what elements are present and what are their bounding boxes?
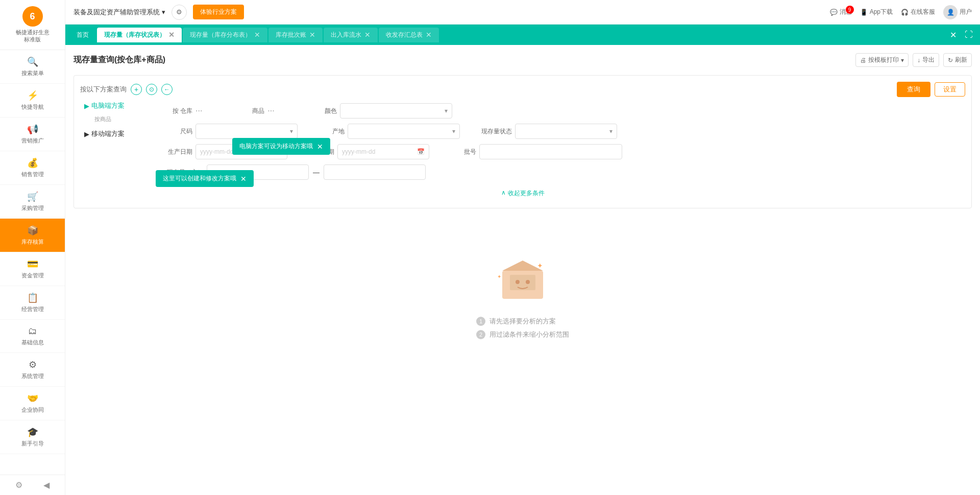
- sidebar-item-operation[interactable]: 📋 经营管理: [0, 286, 65, 320]
- svg-text:✦: ✦: [497, 274, 501, 279]
- sidebar-item-system[interactable]: ⚙ 系统管理: [0, 353, 65, 387]
- system-nav-icon: ⚙: [29, 359, 37, 370]
- filter-prev-button[interactable]: ←: [161, 84, 173, 95]
- guide-nav-icon: ⚡: [27, 90, 38, 101]
- sidebar-item-inventory[interactable]: 📦 库存核算: [0, 219, 65, 252]
- sidebar-item-newbie[interactable]: 🎓 新手引导: [0, 420, 65, 454]
- scheme-pc-sub-item1: 按商品: [94, 115, 155, 123]
- scheme-mobile[interactable]: ▶ 移动端方案: [80, 126, 159, 142]
- sidebar-item-finance[interactable]: 💳 资金管理: [0, 252, 65, 286]
- exp-date-calendar-icon[interactable]: 📅: [417, 148, 425, 155]
- range-separator: —: [313, 169, 320, 176]
- tooltip2-close[interactable]: ✕: [240, 175, 247, 183]
- filter-field-warehouse: 按 仓库 ···: [167, 106, 202, 115]
- export-button[interactable]: ↓ 导出: [913, 53, 939, 67]
- collapse-icon: ∧: [501, 189, 506, 198]
- app-download-action[interactable]: 📱 App下载: [860, 8, 893, 16]
- tab-collect[interactable]: 收发存汇总表 ✕: [379, 28, 439, 42]
- logo-icon: 6: [22, 6, 43, 27]
- sidebar-settings-btn[interactable]: ⚙: [15, 480, 22, 490]
- prod-date-placeholder: yyyy-mm-dd: [200, 148, 233, 155]
- batch-no-input[interactable]: [479, 144, 622, 159]
- experience-button[interactable]: 体验行业方案: [193, 5, 244, 19]
- purchase-nav-icon: 🛒: [27, 191, 38, 202]
- filter-label: 按以下方案查询: [80, 85, 127, 94]
- sidebar-item-marketing[interactable]: 📢 营销推广: [0, 117, 65, 151]
- sidebar-item-sales[interactable]: 💰 销售管理: [0, 151, 65, 185]
- inventory-main-max[interactable]: [324, 164, 426, 180]
- content-area: 现存量查询(按仓库+商品) 🖨 按模板打印 ▾ ↓ 导出 ↻ 刷新: [65, 45, 980, 495]
- search-nav-icon: 🔍: [27, 56, 38, 67]
- support-action[interactable]: 🎧 在线客服: [901, 8, 935, 16]
- print-label: 按模板打印: [868, 56, 899, 64]
- color-select[interactable]: ▾: [340, 103, 452, 119]
- sidebar-item-label: 搜索菜单: [21, 69, 44, 77]
- goods-dots[interactable]: ···: [267, 106, 274, 115]
- tab-close-inventory-dist[interactable]: ✕: [254, 31, 260, 39]
- page-content: 现存量查询(按仓库+商品) 🖨 按模板打印 ▾ ↓ 导出 ↻ 刷新: [65, 45, 980, 495]
- sidebar-item-purchase[interactable]: 🛒 采购管理: [0, 185, 65, 219]
- marketing-nav-icon: 📢: [27, 124, 38, 135]
- tab-close-all-btn[interactable]: ✕: [947, 29, 960, 41]
- collapse-bar[interactable]: ∧ 收起更多条件: [80, 185, 965, 202]
- inventory-status-label: 现存量状态: [481, 127, 512, 136]
- print-button[interactable]: 🖨 按模板打印 ▾: [855, 53, 909, 67]
- filter-header: 按以下方案查询 + ⊙ ← 查询 设置: [80, 82, 965, 97]
- user-avatar: 👤: [943, 5, 958, 19]
- color-arrow-icon: ▾: [445, 107, 448, 114]
- scheme-pc[interactable]: ▶ 电脑端方案: [80, 98, 159, 113]
- header-settings-btn[interactable]: ⚙: [172, 5, 187, 20]
- search-button[interactable]: 查询: [897, 82, 930, 97]
- filter-field-inventory-status: 现存量状态 ▾: [481, 124, 617, 139]
- tab-close-inventory-status[interactable]: ✕: [168, 31, 175, 39]
- tab-inventory-dist[interactable]: 现存量（库存分布表） ✕: [183, 28, 267, 42]
- filter-copy-button[interactable]: ⊙: [146, 84, 157, 95]
- message-action[interactable]: 💬 9 消息: [830, 8, 852, 16]
- tooltip-pc-scheme: 电脑方案可设为移动方案哦 ✕: [232, 138, 330, 155]
- tab-home[interactable]: 首页: [69, 28, 96, 42]
- sidebar-item-enterprise[interactable]: 🤝 企业协同: [0, 387, 65, 420]
- set-button[interactable]: 设置: [935, 82, 965, 97]
- inventory-nav-icon: 📦: [27, 225, 38, 236]
- inventory-status-select[interactable]: ▾: [515, 124, 617, 139]
- export-icon: ↓: [917, 57, 920, 64]
- sidebar-nav: 🔍 搜索菜单 ⚡ 快捷导航 📢 营销推广 💰 销售管理 🛒 采购管理 📦 库存核…: [0, 50, 65, 475]
- sidebar-item-search[interactable]: 🔍 搜索菜单: [0, 50, 65, 84]
- sidebar-collapse-btn[interactable]: ◀: [43, 480, 50, 490]
- filter-add-button[interactable]: +: [131, 84, 142, 95]
- tab-batch[interactable]: 库存批次账 ✕: [268, 28, 323, 42]
- sidebar-logo: 6 畅捷通好生意 标准版: [0, 0, 65, 50]
- tab-close-batch[interactable]: ✕: [309, 31, 315, 39]
- tab-close-inout[interactable]: ✕: [364, 31, 371, 39]
- scheme-pc-sub: 按商品: [80, 113, 159, 126]
- main-area: 装备及固定资产辅助管理系统 ▾ ⚙ 体验行业方案 💬 9 消息 📱 App下载 …: [65, 0, 980, 495]
- enterprise-nav-icon: 🤝: [27, 393, 38, 404]
- filter-row-2: 尺码 ▾ 产地 ▾: [167, 124, 965, 139]
- warehouse-dots[interactable]: ···: [195, 106, 202, 115]
- empty-tip-1: 1 请先选择要分析的方案: [476, 317, 569, 326]
- system-selector[interactable]: 装备及固定资产辅助管理系统 ▾: [74, 8, 165, 17]
- exp-date-input[interactable]: yyyy-mm-dd 📅: [337, 144, 429, 159]
- svg-rect-2: [510, 275, 535, 290]
- scheme-mobile-arrow: ▶: [84, 130, 89, 138]
- tab-inventory-status[interactable]: 现存量（库存状况表） ✕: [97, 28, 182, 42]
- sidebar-item-guide[interactable]: ⚡ 快捷导航: [0, 84, 65, 117]
- tab-bar: 首页 现存量（库存状况表） ✕ 现存量（库存分布表） ✕ 库存批次账 ✕ 出入库…: [65, 25, 980, 45]
- page-title-bar: 现存量查询(按仓库+商品) 🖨 按模板打印 ▾ ↓ 导出 ↻ 刷新: [74, 53, 972, 67]
- message-icon: 💬: [830, 9, 838, 16]
- user-action[interactable]: 👤 用户: [943, 5, 972, 19]
- origin-select[interactable]: ▾: [348, 124, 460, 139]
- tab-inout[interactable]: 出入库流水 ✕: [324, 28, 378, 42]
- tab-close-collect[interactable]: ✕: [426, 31, 432, 39]
- sidebar-item-basic[interactable]: 🗂 基础信息: [0, 320, 65, 353]
- scheme-list: ▶ 电脑端方案 按商品 ▶ 移动端方案: [80, 98, 159, 142]
- sidebar: 6 畅捷通好生意 标准版 🔍 搜索菜单 ⚡ 快捷导航 📢 营销推广 💰 销售管理…: [0, 0, 65, 495]
- size-label: 尺码: [167, 127, 192, 136]
- origin-label: 产地: [319, 127, 345, 136]
- size-select[interactable]: ▾: [195, 124, 298, 139]
- sidebar-item-label: 库存核算: [21, 238, 44, 246]
- tab-fullscreen-btn[interactable]: ⛶: [962, 29, 976, 41]
- tooltip1-close[interactable]: ✕: [317, 143, 323, 151]
- app-icon: 📱: [860, 9, 868, 16]
- refresh-button[interactable]: ↻ 刷新: [943, 53, 972, 67]
